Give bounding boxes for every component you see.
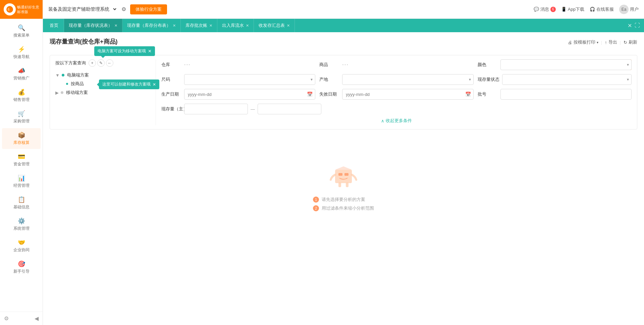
user-menu[interactable]: Ea 用户: [619, 5, 639, 14]
logo-icon: 6: [4, 3, 16, 15]
size-select[interactable]: [184, 74, 315, 85]
tab-batch-accounts[interactable]: 库存批次账 ✕: [181, 19, 217, 32]
filter-right: 仓库 ··· 商品 ··· 颜色: [156, 59, 632, 125]
tab-receipt-summary[interactable]: 收发存汇总表 ✕: [254, 19, 295, 32]
batch-no-input[interactable]: [500, 89, 632, 100]
origin-select-wrapper: ▾: [342, 74, 473, 85]
prod-date-label: 生产日期: [161, 91, 181, 97]
scheme-mobile-group[interactable]: ▶ 移动端方案: [55, 88, 150, 97]
add-scheme-btn[interactable]: +: [89, 59, 96, 67]
box-icon: 📦: [18, 131, 25, 139]
print-icon: 🖨: [568, 40, 572, 45]
filter-item-color: 颜色 ▾: [478, 59, 632, 70]
print-template-btn[interactable]: 🖨 按模板打印 ▾: [568, 39, 598, 45]
filter-header-label: 按以下方案查询: [55, 60, 86, 66]
mobile-group-arrow: ▶: [55, 90, 59, 95]
tab-home[interactable]: 首页: [44, 19, 64, 32]
tab-inventory-distribution[interactable]: 现存量（库存分布表） ✕: [122, 19, 181, 32]
expiry-date-input[interactable]: [342, 89, 473, 100]
mobile-group-dot: [61, 91, 63, 94]
scheme-pc-group[interactable]: ▼ 电脑端方案: [55, 71, 150, 79]
app-download-btn[interactable]: 📱 App下载: [561, 6, 584, 12]
tab-close-inventory-distribution[interactable]: ✕: [173, 23, 176, 28]
export-icon: ↑: [605, 40, 607, 45]
prod-date-calendar-icon[interactable]: 📅: [307, 92, 313, 97]
export-btn[interactable]: ↑ 导出: [605, 39, 617, 45]
pc-group-arrow: ▼: [55, 73, 60, 78]
close-all-tabs-icon[interactable]: ✕: [628, 22, 632, 29]
collapse-sidebar-icon[interactable]: ◀: [35, 315, 39, 322]
filter-rows: 仓库 ··· 商品 ··· 颜色: [161, 59, 632, 114]
svg-rect-6: [346, 182, 348, 187]
stock-status-select[interactable]: [502, 74, 632, 85]
trial-button[interactable]: 体验行业方案: [130, 4, 167, 14]
filter-item-stock-status: 现存量状态 ▾: [478, 74, 632, 85]
message-badge: 6: [550, 7, 556, 12]
svg-rect-5: [338, 182, 341, 187]
settings-icon[interactable]: ⚙: [121, 6, 126, 12]
sidebar-logo: 6 畅通好好生意 标准版: [0, 0, 43, 19]
tabbar-right-actions: ✕ ⛶: [628, 22, 643, 29]
sidebar-item-system[interactable]: ⚙️ 系统管理: [2, 214, 41, 235]
tab-inventory-status[interactable]: 现存量（库存状况表） ✕: [64, 19, 122, 32]
tab-in-out-flow[interactable]: 出入库流水 ✕: [217, 19, 254, 32]
goods-dots: ···: [342, 62, 348, 68]
sidebar-item-basic-info[interactable]: 📋 基础信息: [2, 193, 41, 213]
tab-close-batch-accounts[interactable]: ✕: [209, 23, 212, 28]
stock-status-select-wrapper: ▾: [502, 74, 632, 85]
stock-qty-max-input[interactable]: [258, 104, 321, 114]
edit-tooltip-close[interactable]: ✕: [153, 82, 156, 87]
prod-date-input[interactable]: [184, 89, 315, 100]
maximize-icon[interactable]: ⛶: [635, 22, 640, 29]
sidebar-item-enterprise[interactable]: 🤝 企业协同: [2, 235, 41, 256]
empty-steps: 1 请先选择要分析的方案 2 用过滤条件来缩小分析范围: [313, 197, 374, 214]
tab-close-in-out-flow[interactable]: ✕: [246, 23, 249, 28]
scheme-tooltip-wrapper: 电脑方案可设为移动方案哦 ✕: [94, 46, 155, 56]
filter-item-size: 尺码 ▾: [161, 74, 315, 85]
color-label: 颜色: [478, 62, 498, 68]
back-scheme-btn[interactable]: ←: [106, 59, 113, 67]
origin-select[interactable]: [342, 74, 473, 85]
sidebar-item-newbie[interactable]: 🎯 新手引导: [2, 257, 41, 278]
filter-row-1: 仓库 ··· 商品 ··· 颜色: [161, 59, 632, 70]
color-select[interactable]: [500, 59, 632, 70]
collapse-btn[interactable]: ∧ 收起更多条件: [381, 118, 412, 124]
chevron-down-icon: ▾: [597, 41, 598, 44]
message-btn[interactable]: 💬 消息 6: [534, 6, 556, 12]
online-service-btn[interactable]: 🎧 在线客服: [590, 6, 614, 12]
sidebar-item-finance[interactable]: 💳 资金管理: [2, 150, 41, 170]
sidebar-item-quick-nav[interactable]: ⚡ 快速导航: [2, 42, 41, 63]
logo-text: 畅通好好生意 标准版: [17, 5, 39, 14]
step-2-num: 2: [313, 205, 319, 211]
system-select[interactable]: [111, 6, 117, 12]
sidebar-item-search[interactable]: 🔍 搜索菜单: [2, 21, 41, 42]
tab-close-receipt-summary[interactable]: ✕: [287, 23, 290, 28]
scheme-tooltip: 电脑方案可设为移动方案哦 ✕: [94, 46, 155, 56]
scheme-tooltip-close[interactable]: ✕: [148, 49, 152, 54]
svg-point-0: [6, 6, 13, 13]
sidebar-item-operations[interactable]: 📊 经营管理: [2, 171, 41, 192]
expiry-date-calendar-icon[interactable]: 📅: [465, 92, 471, 97]
sidebar-item-inventory[interactable]: 📦 库存核算: [2, 128, 41, 149]
sidebar-item-sales[interactable]: 💰 销售管理: [2, 85, 41, 106]
sidebar-item-purchase[interactable]: 🛒 采购管理: [2, 107, 41, 127]
refresh-btn[interactable]: ↻ 刷新: [624, 39, 637, 45]
cart-icon: 🛒: [18, 110, 25, 117]
tabbar: 首页 现存量（库存状况表） ✕ 现存量（库存分布表） ✕ 库存批次账 ✕ 出入库…: [43, 19, 644, 32]
edit-scheme-btn[interactable]: ✎ 电脑方案可设为移动方案哦 ✕: [97, 59, 105, 67]
color-select-wrapper: ▾: [500, 59, 632, 70]
service-icon: 🎧: [590, 7, 595, 12]
stock-qty-min-input[interactable]: [184, 104, 248, 114]
tab-close-inventory-status[interactable]: ✕: [114, 23, 117, 28]
avatar: Ea: [619, 5, 629, 14]
gear-icon: ⚙️: [18, 217, 25, 225]
stock-qty-label: 现存量（主）: [161, 106, 181, 112]
search-icon: 🔍: [18, 24, 25, 32]
chart-icon: 📊: [18, 174, 25, 182]
sidebar: 6 畅通好好生意 标准版 🔍 搜索菜单 ⚡ 快速导航 📣 营销推广 💰 销售管理…: [0, 0, 43, 325]
sidebar-item-marketing[interactable]: 📣 营销推广: [2, 64, 41, 85]
warehouse-label: 仓库: [161, 62, 181, 68]
card-icon: 💳: [18, 153, 25, 160]
topbar-right: 💬 消息 6 📱 App下载 🎧 在线客服 Ea 用户: [534, 5, 639, 14]
settings-footer-icon[interactable]: ⚙: [4, 315, 9, 322]
